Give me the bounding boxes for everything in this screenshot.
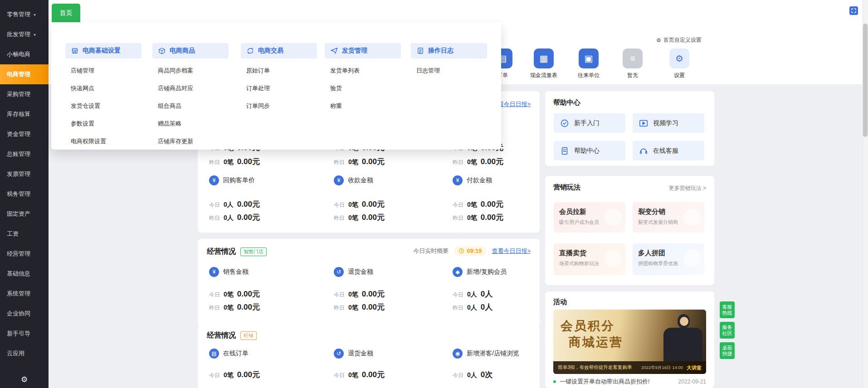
member-icon: ◆ (453, 267, 463, 277)
menu-header-shipping[interactable]: 发货管理 (325, 43, 401, 58)
promo-banner[interactable]: 会员积分 商城运营 简单3招，有效帮你提升老客复购率 2022年9月16日 14… (553, 310, 706, 374)
return-icon: ↺ (334, 267, 344, 277)
sidebar-item-operations[interactable]: 经营管理 (0, 244, 49, 264)
help-item-beginner[interactable]: 新手入门 (554, 113, 625, 133)
menu-header-products[interactable]: 电商商品 (152, 43, 229, 58)
sidebar-item-inventory[interactable]: 库存核算 (0, 104, 49, 124)
menu-item-express-outlets[interactable]: 快递网点 (65, 79, 141, 97)
menu-item-inspection[interactable]: 验货 (325, 79, 401, 97)
smart-store-stats-card: 经营情况 智慧门店 今日实时概要 09:19 查看今日日报> ¥销售金额 今日0… (198, 239, 540, 328)
empty-icon: ≡ (623, 48, 643, 68)
marketing-member-acquisition[interactable]: 会员拉新 吸引用户成为会员 (554, 202, 625, 233)
menu-item-shipping-warehouse[interactable]: 发货仓设置 (65, 97, 141, 115)
sidebar-item-basic-info[interactable]: 基础信息 (0, 264, 49, 284)
banner-person-face (680, 317, 688, 326)
sidebar: 零售管理▾ 批发管理▾ 小畅电商 电商管理 采购管理 库存核算 资金管理 总账管… (0, 0, 49, 388)
return-icon: ↺ (334, 349, 344, 359)
online-shop-stats-card: 经营情况 旺铺 ▤在线订单 今日0笔0.00元 ↺退货金额 今日0笔0.00元 … (198, 326, 540, 388)
smart-store-badge: 智慧门店 (240, 247, 267, 256)
shipping-icon (330, 47, 338, 55)
chevron-down-icon: ▾ (34, 12, 36, 17)
help-item-video-learning[interactable]: 视频学习 (633, 113, 704, 133)
sidebar-item-invoice[interactable]: 发票管理 (0, 164, 49, 184)
money-icon: ¥ (209, 175, 219, 185)
sidebar-item-general-ledger[interactable]: 总账管理 (0, 144, 49, 164)
help-center-card: 帮助中心 新手入门 视频学习 帮助中心 在线客服 (545, 91, 714, 166)
activity-title: 活动 (545, 291, 714, 306)
service-hotline-button[interactable]: 客服热线 (720, 301, 735, 318)
gear-icon: ⚙ (669, 48, 689, 68)
menu-header-trade[interactable]: 电商交易 (241, 43, 317, 58)
activity-news-item[interactable]: 一键设置开单自动带出商品折扣价! 2022-09-21 (553, 378, 706, 386)
menu-item-original-orders[interactable]: 原始订单 (241, 62, 317, 79)
menu-column-shipping: 发货管理 发货单列表 验货 称重 (325, 43, 401, 115)
sidebar-item-purchase[interactable]: 采购管理 (0, 84, 49, 104)
scrollbar-track (863, 0, 868, 388)
menu-header-base-settings[interactable]: 电商基础设置 (65, 43, 141, 58)
sidebar-item-wholesale[interactable]: 批发管理▾ (0, 24, 49, 44)
menu-item-store-management[interactable]: 店铺管理 (65, 62, 141, 79)
banner-person-body (663, 328, 702, 361)
tab-home[interactable]: 首页 (52, 4, 80, 22)
menu-item-log-management[interactable]: 日志管理 (411, 62, 487, 79)
card-title: 经营情况 (207, 331, 236, 340)
menu-item-shipping-list[interactable]: 发货单列表 (325, 62, 401, 79)
menu-item-weighing[interactable]: 称重 (325, 97, 401, 115)
marketing-fission-distribution[interactable]: 裂变分销 裂变式发展分销商 (633, 202, 704, 233)
more-marketing-link[interactable]: 更多营销玩法 > (669, 184, 706, 192)
menu-column-base-settings: 电商基础设置 店铺管理 快递网点 发货仓设置 参数设置 电商权限设置 (65, 43, 141, 150)
menu-item-order-sync[interactable]: 订单同步 (241, 97, 317, 115)
service-community-button[interactable]: 服务社区 (720, 322, 735, 339)
settings-gear-icon[interactable]: ⚙ (0, 375, 49, 384)
marketing-live-selling[interactable]: 直播卖货 场景式购物新玩法 (554, 243, 625, 275)
bullet-dot-icon (553, 380, 556, 383)
quick-action-partners[interactable]: ▣ 往来单位 (574, 48, 603, 79)
sidebar-item-salary[interactable]: 工资 (0, 224, 49, 244)
sidebar-item-fixed-assets[interactable]: 固定资产 (0, 204, 49, 224)
video-play-icon (639, 118, 649, 128)
sidebar-item-ecommerce-management[interactable]: 电商管理 (0, 64, 49, 84)
sidebar-item-cloud-apps[interactable]: 云应用 (0, 344, 49, 364)
shop-badge: 旺铺 (240, 331, 257, 340)
sidebar-item-beginner-guide[interactable]: 新手引导 (0, 324, 49, 344)
view-daily-report-link[interactable]: 查看今日日报> (492, 247, 531, 255)
box-icon (158, 47, 166, 55)
scrollbar-thumb[interactable] (863, 24, 868, 137)
menu-item-gift-strategy[interactable]: 赠品策略 (152, 115, 229, 132)
home-customize-link[interactable]: ⚙ 首页自定义设置 (656, 36, 702, 44)
quick-action-settings[interactable]: ⚙ 设置 (665, 48, 694, 79)
menu-header-logs[interactable]: 操作日志 (411, 43, 487, 58)
clock-icon (458, 248, 464, 254)
menu-item-product-sync-archive[interactable]: 商品同步档案 (152, 62, 229, 79)
gear-icon: ⚙ (656, 37, 661, 44)
chevron-down-icon: ▾ (34, 32, 36, 37)
menu-item-combo-products[interactable]: 组合商品 (152, 97, 229, 115)
sidebar-item-xiaochang-ecommerce[interactable]: 小畅电商 (0, 44, 49, 64)
menu-item-permission-settings[interactable]: 电商权限设置 (65, 132, 141, 150)
log-icon (416, 47, 424, 55)
sidebar-item-collaboration[interactable]: 企业协同 (0, 304, 49, 324)
card-title: 经营情况 (207, 247, 236, 257)
money-icon: ¥ (209, 267, 219, 277)
help-item-online-service[interactable]: 在线客服 (633, 141, 704, 160)
menu-item-order-processing[interactable]: 订单处理 (241, 79, 317, 97)
ecommerce-mega-menu: 电商基础设置 店铺管理 快递网点 发货仓设置 参数设置 电商权限设置 电商商品 … (51, 22, 501, 150)
sidebar-item-tax[interactable]: 税务管理 (0, 184, 49, 204)
menu-item-store-product-mapping[interactable]: 店铺商品对应 (152, 79, 229, 97)
metric-receipts: ¥收款金额 今日0笔0.00元 昨日0笔0.00元 (334, 175, 443, 223)
sidebar-item-retail[interactable]: 零售管理▾ (0, 5, 49, 24)
marketing-group-buying[interactable]: 多人拼团 拼团购物享受优惠 (633, 243, 704, 275)
quick-action-cashflow-report[interactable]: ▦ 现金流量表 (529, 48, 558, 79)
help-item-help-center[interactable]: 帮助中心 (554, 141, 625, 160)
desktop-shortcut-button[interactable]: 桌面快捷 (720, 342, 735, 359)
sidebar-item-funds[interactable]: 资金管理 (0, 124, 49, 144)
money-icon: ¥ (334, 175, 344, 185)
activity-card: 活动 会员积分 商城运营 简单3招，有效帮你提升老客复购率 2022年9月16日… (545, 291, 714, 388)
menu-item-store-stock-update[interactable]: 店铺库存更新 (152, 132, 229, 150)
fullscreen-icon[interactable] (849, 6, 858, 15)
menu-item-parameter-settings[interactable]: 参数设置 (65, 115, 141, 132)
marketing-card: 营销玩法 更多营销玩法 > 会员拉新 吸引用户成为会员 裂变分销 裂变式发展分销… (545, 176, 714, 285)
sidebar-item-system[interactable]: 系统管理 (0, 284, 49, 304)
menu-column-trade: 电商交易 原始订单 订单处理 订单同步 (241, 43, 317, 115)
money-icon: ¥ (453, 175, 463, 185)
